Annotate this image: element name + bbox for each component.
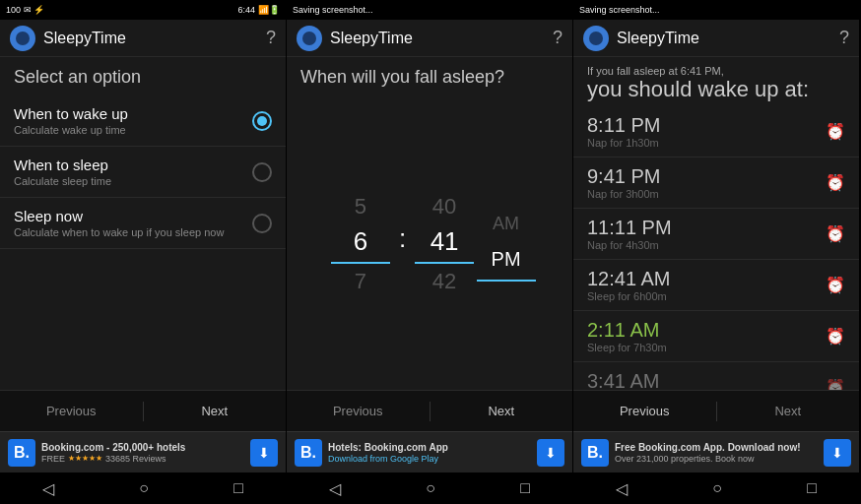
ad-stars: ★★★★★	[68, 454, 102, 463]
app-title-1: SleepyTime	[43, 30, 266, 47]
wake-header-small: If you fall asleep at 6:41 PM,	[587, 65, 845, 77]
prev-button-1[interactable]: Previous	[0, 391, 143, 431]
ad-download-3[interactable]: ⬇	[824, 439, 851, 467]
radio-sleep[interactable]	[252, 162, 272, 182]
home-button-1[interactable]: ○	[139, 479, 149, 497]
app-bar-1: SleepyTime ?	[0, 20, 286, 57]
content-1: Select an option When to wake up Calcula…	[0, 57, 286, 504]
sleepytime-icon-3	[583, 26, 609, 51]
status-right-1: 6:44 📶🔋	[237, 5, 280, 15]
ad-title-1: Booking.com - 250,000+ hotels	[41, 442, 244, 454]
wake-time-5: 3:41 AM	[587, 370, 826, 390]
next-button-1[interactable]: Next	[144, 391, 287, 431]
option-sleep-now-subtitle: Calculate when to wake up if you sleep n…	[14, 226, 244, 238]
booking-logo-2: B.	[295, 439, 322, 467]
wake-item-3[interactable]: 12:41 AM Sleep for 6h00m ⏰	[573, 260, 859, 311]
bottom-nav-1: Previous Next	[0, 390, 286, 431]
status-time-1: 6:44	[237, 5, 255, 15]
next-button-2[interactable]: Next	[430, 391, 573, 431]
ad-title-2: Hotels: Booking.com App	[328, 442, 531, 454]
ad-text-1: Booking.com - 250,000+ hotels FREE ★★★★★…	[41, 442, 244, 464]
status-left-2: Saving screenshot...	[293, 5, 373, 15]
hour-column[interactable]: 5 6 7	[326, 189, 395, 299]
saving-text-3: Saving screenshot...	[579, 5, 660, 15]
ad-subtitle-1: FREE ★★★★★ 33685 Reviews	[41, 454, 244, 464]
wake-header-large: you should wake up at:	[587, 77, 845, 102]
back-button-1[interactable]: ◁	[42, 479, 54, 498]
booking-logo-3: B.	[581, 439, 609, 467]
ampm-underline	[477, 280, 536, 282]
ad-text-2: Hotels: Booking.com App Download from Go…	[328, 442, 531, 464]
app-title-3: SleepyTime	[617, 30, 839, 47]
ad-download-2[interactable]: ⬇	[537, 439, 564, 467]
wake-time-2: 11:11 PM	[587, 217, 826, 239]
panel-wake-times: Saving screenshot... SleepyTime ? If you…	[573, 0, 860, 504]
time-separator: :	[395, 223, 410, 254]
wake-header: If you fall asleep at 6:41 PM, you shoul…	[573, 57, 859, 106]
wake-time-block-0: 8:11 PM Nap for 1h30m	[587, 114, 826, 149]
option-sleep-now[interactable]: Sleep now Calculate when to wake up if y…	[0, 198, 286, 249]
status-notifications: 100 ✉ ⚡	[6, 5, 44, 15]
wake-time-1: 9:41 PM	[587, 165, 826, 188]
option-when-sleep[interactable]: When to sleep Calculate sleep time	[0, 147, 286, 198]
alarm-icon-3: ⏰	[826, 276, 845, 294]
content-3: If you fall asleep at 6:41 PM, you shoul…	[573, 57, 859, 504]
ad-badge: FREE	[41, 454, 65, 464]
option-wake-up-subtitle: Calculate wake up time	[14, 124, 244, 136]
help-button-3[interactable]: ?	[839, 28, 849, 48]
wake-item-4[interactable]: 2:11 AM Sleep for 7h30m ⏰	[573, 311, 859, 362]
back-button-3[interactable]: ◁	[616, 479, 628, 498]
home-button-2[interactable]: ○	[426, 479, 435, 497]
recent-button-3[interactable]: □	[807, 479, 817, 497]
help-button-1[interactable]: ?	[266, 28, 276, 48]
option-sleep-subtitle: Calculate sleep time	[14, 175, 244, 187]
option-sleep-text: When to sleep Calculate sleep time	[14, 157, 244, 187]
svg-point-2	[589, 32, 603, 45]
wake-time-block-4: 2:11 AM Sleep for 7h30m	[587, 319, 826, 353]
sleepytime-icon-2	[297, 26, 322, 51]
minute-column[interactable]: 40 41 42	[410, 189, 479, 299]
next-button-3[interactable]: Next	[717, 391, 860, 431]
wake-duration-0: Nap for 1h30m	[587, 137, 826, 149]
svg-point-1	[302, 32, 316, 45]
recent-button-1[interactable]: □	[233, 479, 243, 497]
ad-title-3: Free Booking.com App. Download now!	[615, 442, 818, 454]
alarm-icon-0: ⏰	[826, 122, 845, 141]
hour-selected: 6	[354, 224, 367, 260]
ampm-pm: PM	[492, 242, 521, 278]
wake-time-block-3: 12:41 AM Sleep for 6h00m	[587, 268, 826, 302]
radio-wake-up[interactable]	[252, 111, 272, 131]
help-button-2[interactable]: ?	[553, 28, 563, 48]
back-button-2[interactable]: ◁	[329, 479, 341, 498]
ad-subtitle-3: Over 231,000 properties. Book now	[615, 454, 818, 464]
ad-download-1[interactable]: ⬇	[250, 439, 278, 467]
time-picker-area: 5 6 7 : 40 41 42 AM PM	[287, 97, 572, 390]
status-signal-1: 📶🔋	[258, 5, 280, 15]
ampm-column[interactable]: AM PM	[479, 207, 533, 282]
alarm-icon-4: ⏰	[826, 327, 845, 346]
panel-select-option: 100 ✉ ⚡ 6:44 📶🔋 SleepyTime ? Select an o…	[0, 0, 287, 504]
wake-item-1[interactable]: 9:41 PM Nap for 3h00m ⏰	[573, 158, 859, 209]
content-2: When will you fall asleep? 5 6 7 : 40 41	[287, 57, 572, 504]
wake-item-0[interactable]: 8:11 PM Nap for 1h30m ⏰	[573, 106, 859, 158]
status-bar-2: Saving screenshot...	[287, 0, 572, 20]
option-sleep-now-title: Sleep now	[14, 208, 244, 224]
recent-button-2[interactable]: □	[520, 479, 530, 497]
prev-button-2[interactable]: Previous	[287, 391, 430, 431]
time-scroll-container: 5 6 7 : 40 41 42 AM PM	[326, 107, 533, 380]
wake-item-5[interactable]: 3:41 AM Sleep for 9h00m ⏰	[573, 362, 859, 390]
wake-item-2[interactable]: 11:11 PM Nap for 4h30m ⏰	[573, 209, 859, 260]
wake-duration-2: Nap for 4h30m	[587, 239, 826, 251]
sys-nav-3: ◁ ○ □	[573, 472, 859, 504]
status-left-1: 100 ✉ ⚡	[6, 5, 44, 15]
ad-bar-1: B. Booking.com - 250,000+ hotels FREE ★★…	[0, 431, 286, 472]
prev-button-3[interactable]: Previous	[573, 391, 716, 431]
wake-time-block-5: 3:41 AM Sleep for 9h00m	[587, 370, 826, 390]
minute-above: 40	[432, 189, 456, 224]
home-button-3[interactable]: ○	[712, 479, 722, 497]
status-bar-1: 100 ✉ ⚡ 6:44 📶🔋	[0, 0, 286, 20]
option-wake-up[interactable]: When to wake up Calculate wake up time	[0, 95, 286, 147]
minute-selected: 41	[430, 224, 459, 260]
radio-sleep-now[interactable]	[252, 214, 272, 233]
status-bar-3: Saving screenshot...	[573, 0, 859, 20]
